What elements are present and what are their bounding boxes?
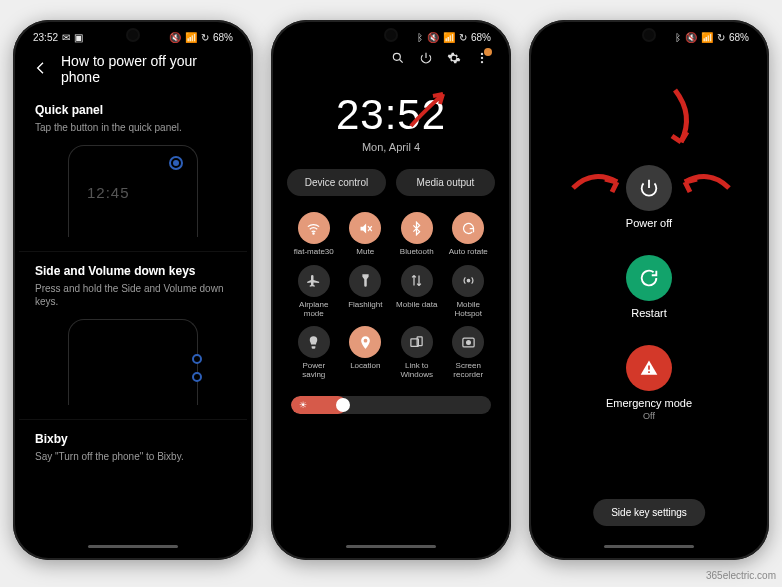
tile-label: Flashlight (343, 301, 389, 310)
lockscreen-clock: 23:52 Mon, April 4 (277, 91, 505, 153)
link-icon (401, 326, 433, 358)
tile-airplane[interactable]: Airplane mode (291, 265, 337, 319)
tile-location[interactable]: Location (343, 326, 389, 380)
rotate-icon: ↻ (459, 32, 467, 43)
wifi-icon (298, 212, 330, 244)
quick-tiles-grid: flat-mate30MuteBluetoothAuto rotateAirpl… (277, 206, 505, 386)
section-heading: Side and Volume down keys (35, 264, 231, 278)
bluetooth-icon (401, 212, 433, 244)
side-key-highlight (192, 372, 202, 382)
location-icon (349, 326, 381, 358)
emergency-mode-button[interactable]: Emergency mode Off (606, 345, 692, 421)
svg-point-1 (481, 53, 483, 55)
mute-icon: 🔇 (685, 32, 697, 43)
section-quick-panel: Quick panel Tap the button in the quick … (19, 93, 247, 249)
hotspot-icon (452, 265, 484, 297)
clock-time: 23:52 (277, 91, 505, 139)
side-key-settings-button[interactable]: Side key settings (593, 499, 705, 526)
front-camera (128, 30, 138, 40)
brightness-slider[interactable]: ☀ (291, 396, 491, 414)
wifi-icon: 📶 (185, 32, 197, 43)
section-body: Press and hold the Side and Volume down … (35, 282, 231, 309)
search-icon[interactable] (391, 51, 405, 65)
tile-label: Bluetooth (394, 248, 440, 257)
slider-thumb[interactable] (336, 398, 350, 412)
section-body: Tap the button in the quick panel. (35, 121, 231, 135)
back-icon[interactable] (33, 60, 49, 79)
divider (19, 251, 247, 252)
emergency-label: Emergency mode (606, 397, 692, 409)
sun-icon: ☀ (299, 400, 307, 410)
gesture-bar[interactable] (88, 545, 178, 548)
battery-text: 68% (213, 32, 233, 43)
flashlight-icon (349, 265, 381, 297)
tile-label: Screen recorder (446, 362, 492, 380)
divider (19, 419, 247, 420)
rotate-icon (452, 212, 484, 244)
tile-label: Location (343, 362, 389, 371)
rotate-icon: ↻ (717, 32, 725, 43)
mute-icon: 🔇 (169, 32, 181, 43)
more-icon[interactable] (475, 51, 489, 65)
tile-label: Link to Windows (394, 362, 440, 380)
svg-point-0 (393, 53, 400, 60)
wifi-icon: 📶 (443, 32, 455, 43)
tile-label: flat-mate30 (291, 248, 337, 257)
media-output-chip[interactable]: Media output (396, 169, 495, 196)
svg-rect-10 (648, 366, 650, 370)
gesture-bar[interactable] (346, 545, 436, 548)
tile-label: Auto rotate (446, 248, 492, 257)
svg-rect-11 (648, 371, 650, 373)
power-icon-highlight (169, 156, 183, 170)
section-body: Say "Turn off the phone" to Bixby. (35, 450, 231, 464)
bluetooth-icon: ᛒ (675, 32, 681, 43)
tile-mobiledata[interactable]: Mobile data (394, 265, 440, 319)
bluetooth-icon: ᛒ (417, 32, 423, 43)
section-bixby: Bixby Say "Turn off the phone" to Bixby. (19, 422, 247, 476)
restart-button[interactable]: Restart (626, 255, 672, 319)
tile-flashlight[interactable]: Flashlight (343, 265, 389, 319)
tile-label: Mobile Hotspot (446, 301, 492, 319)
tile-rotate[interactable]: Auto rotate (446, 212, 492, 257)
battery-text: 68% (471, 32, 491, 43)
battery-text: 68% (729, 32, 749, 43)
wifi-icon: 📶 (701, 32, 713, 43)
mail-icon: ✉ (62, 32, 70, 43)
emergency-sub: Off (606, 411, 692, 421)
tile-bluetooth[interactable]: Bluetooth (394, 212, 440, 257)
power-off-label: Power off (626, 217, 672, 229)
mute-icon: 🔇 (427, 32, 439, 43)
tile-powersave[interactable]: Power saving (291, 326, 337, 380)
powersave-icon (298, 326, 330, 358)
front-camera (386, 30, 396, 40)
tile-label: Mute (343, 248, 389, 257)
svg-point-4 (313, 232, 314, 233)
airplane-icon (298, 265, 330, 297)
clock-date: Mon, April 4 (277, 141, 505, 153)
svg-point-2 (481, 57, 483, 59)
mock-clock: 12:45 (87, 184, 130, 201)
status-time: 23:52 (33, 32, 58, 43)
volume-key-highlight (192, 354, 202, 364)
tile-mute[interactable]: Mute (343, 212, 389, 257)
phone-1: 23:52 ✉ ▣ 🔇 📶 ↻ 68% How to power off you… (13, 20, 253, 560)
cloud-icon: ▣ (74, 32, 83, 43)
gear-icon[interactable] (447, 51, 461, 65)
power-icon[interactable] (419, 51, 433, 65)
tile-label: Airplane mode (291, 301, 337, 319)
quick-panel-illustration: 12:45 (68, 145, 198, 237)
svg-point-5 (467, 280, 470, 283)
page-title: How to power off your phone (61, 53, 233, 85)
front-camera (644, 30, 654, 40)
section-side-keys: Side and Volume down keys Press and hold… (19, 254, 247, 417)
side-keys-illustration (68, 319, 198, 405)
tile-hotspot[interactable]: Mobile Hotspot (446, 265, 492, 319)
restart-label: Restart (626, 307, 672, 319)
power-off-button[interactable]: Power off (626, 165, 672, 229)
tile-screenrec[interactable]: Screen recorder (446, 326, 492, 380)
tile-label: Power saving (291, 362, 337, 380)
device-control-chip[interactable]: Device control (287, 169, 386, 196)
tile-link[interactable]: Link to Windows (394, 326, 440, 380)
tile-wifi[interactable]: flat-mate30 (291, 212, 337, 257)
gesture-bar[interactable] (604, 545, 694, 548)
